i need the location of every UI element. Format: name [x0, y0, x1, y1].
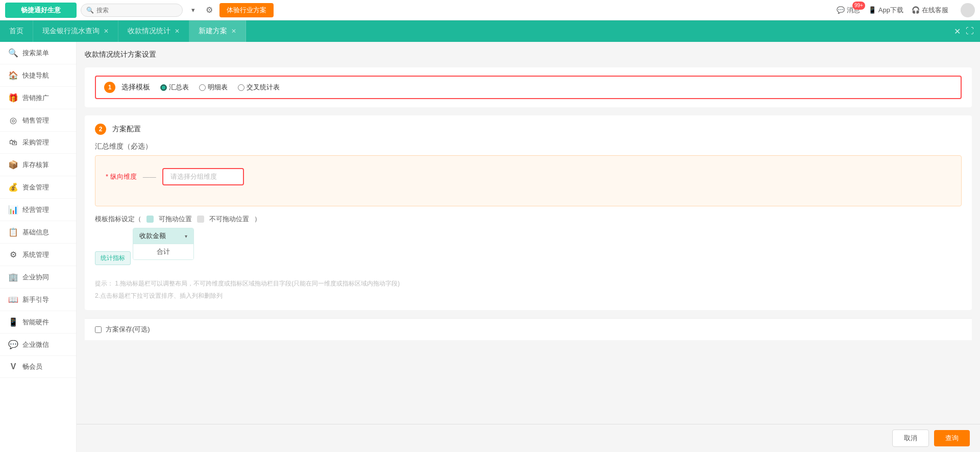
- col-dropdown-icon[interactable]: ▾: [185, 233, 187, 239]
- sidebar-item-finance[interactable]: 💰 资金管理: [0, 176, 76, 199]
- radio-summary-label: 汇总表: [169, 83, 189, 92]
- step2-header: 2 方案配置: [95, 124, 962, 135]
- close-paren: ）: [254, 215, 261, 224]
- wechat-icon: 💬: [8, 340, 18, 349]
- member-icon: V: [8, 362, 18, 371]
- online-service-button[interactable]: 🎧 在线客服: [912, 6, 948, 15]
- draggable-label: 可拖动位置: [159, 215, 192, 224]
- trial-button[interactable]: 体验行业方案: [219, 3, 274, 17]
- save-section: 方案保存(可选): [85, 318, 972, 340]
- tips-line1: 提示： 1.拖动标题栏可以调整布局，不可跨维度或指标区域拖动栏目字段(只能在同一…: [95, 277, 962, 290]
- radio-detail[interactable]: 明细表: [199, 83, 228, 92]
- metrics-section: 模板指标设定（ 可拖动位置 不可拖动位置 ） 统计指标 收款金额 ▾: [95, 215, 962, 267]
- tab-bank-flow-close[interactable]: ✕: [104, 28, 109, 35]
- sidebar-item-sales[interactable]: ◎ 销售管理: [0, 109, 76, 132]
- page-content: 收款情况统计方案设置 1 选择模板 汇总表 明细表: [77, 42, 980, 424]
- search-icon: 🔍: [86, 7, 94, 14]
- message-button[interactable]: 💬 消息 99+: [837, 6, 860, 15]
- sidebar-item-label: 企业协同: [22, 273, 49, 282]
- sidebar-item-quick-nav[interactable]: 🏠 快捷导航: [0, 64, 76, 87]
- sidebar-item-smart-hw[interactable]: 📱 智能硬件: [0, 311, 76, 334]
- system-icon: ⚙: [8, 250, 18, 259]
- top-bar-right: 💬 消息 99+ 📱 App下载 🎧 在线客服: [837, 3, 975, 17]
- search-bar[interactable]: 🔍: [81, 4, 183, 17]
- sidebar-item-label: 快捷导航: [22, 71, 49, 80]
- step2-section: 2 方案配置 汇总维度（必选） * 纵向维度 —— 请选择分组维度 模板指标设定…: [85, 115, 972, 310]
- nav-tab-actions: ✕ ⛶: [954, 27, 980, 36]
- window-maximize-icon[interactable]: ⛶: [966, 27, 974, 36]
- tab-bank-flow-label: 现金银行流水查询: [42, 27, 100, 36]
- tab-collection-stat-label: 收款情况统计: [128, 27, 170, 36]
- app-download-button[interactable]: 📱 App下载: [868, 6, 903, 15]
- sidebar-item-wechat[interactable]: 💬 企业微信: [0, 334, 76, 356]
- tips-line2: 2.点击标题栏下拉可设置排序、插入列和删除列: [95, 290, 962, 302]
- tab-home-label: 首页: [9, 27, 23, 36]
- search-icon: 🔍: [8, 48, 18, 58]
- metrics-table-header[interactable]: 收款金额 ▾: [133, 228, 193, 244]
- sidebar-item-label: 采购管理: [22, 138, 49, 147]
- nav-tabs: 首页 现金银行流水查询 ✕ 收款情况统计 ✕ 新建方案 ✕ ✕ ⛶: [0, 20, 980, 42]
- enterprise-icon: 🏢: [8, 272, 18, 282]
- sidebar-item-label: 经营管理: [22, 205, 49, 215]
- non-draggable-indicator: [197, 216, 204, 223]
- step1-label: 选择模板: [121, 83, 150, 92]
- tab-new-plan-close[interactable]: ✕: [231, 28, 236, 35]
- top-bar: 畅捷通好生意 🔍 ▾ ⚙ 体验行业方案 💬 消息 99+ 📱 App下载 🎧 在…: [0, 0, 980, 20]
- step2-label: 方案配置: [112, 125, 141, 134]
- sidebar-item-marketing[interactable]: 🎁 营销推广: [0, 87, 76, 109]
- metrics-section-label: 统计指标: [95, 251, 131, 265]
- sidebar-item-business[interactable]: 📊 经营管理: [0, 199, 76, 221]
- tab-collection-stat-close[interactable]: ✕: [175, 28, 180, 35]
- sidebar-item-label: 基础信息: [22, 228, 49, 237]
- metrics-table-area: 统计指标 收款金额 ▾ 合计: [95, 228, 962, 267]
- dimension-row-label: * 纵向维度: [106, 172, 137, 181]
- step1-section: 1 选择模板 汇总表 明细表 交叉统计表: [85, 67, 972, 107]
- dimension-title: 汇总维度（必选）: [95, 142, 962, 151]
- sidebar: 🔍 搜索菜单 🏠 快捷导航 🎁 营销推广 ◎ 销售管理 🛍 采购管理 📦 库存核…: [0, 42, 77, 452]
- save-checkbox[interactable]: [95, 326, 102, 333]
- home-icon: 🏠: [8, 70, 18, 80]
- sidebar-item-enterprise[interactable]: 🏢 企业协同: [0, 266, 76, 289]
- sidebar-item-label: 资金管理: [22, 183, 49, 192]
- radio-cross-input[interactable]: [238, 84, 244, 91]
- save-label: 方案保存(可选): [106, 325, 150, 334]
- sidebar-item-label: 智能硬件: [22, 318, 49, 327]
- sidebar-item-label: 企业微信: [22, 340, 49, 349]
- sidebar-item-member[interactable]: V 畅会员: [0, 356, 76, 378]
- search-dropdown-button[interactable]: ▾: [187, 4, 199, 16]
- tab-collection-stat[interactable]: 收款情况统计 ✕: [118, 20, 189, 42]
- tab-home[interactable]: 首页: [0, 20, 33, 42]
- sidebar-item-inventory[interactable]: 📦 库存核算: [0, 154, 76, 176]
- content-area: 收款情况统计方案设置 1 选择模板 汇总表 明细表: [77, 42, 980, 452]
- sidebar-item-search-menu[interactable]: 🔍 搜索菜单: [0, 42, 76, 64]
- settings-button[interactable]: ⚙: [203, 4, 215, 16]
- dimension-select[interactable]: 请选择分组维度: [162, 168, 244, 185]
- sidebar-item-guide[interactable]: 📖 新手引导: [0, 289, 76, 311]
- logo: 畅捷通好生意: [5, 3, 77, 18]
- sidebar-item-label: 销售管理: [22, 116, 49, 125]
- query-button[interactable]: 查询: [934, 430, 970, 446]
- radio-summary[interactable]: 汇总表: [160, 83, 189, 92]
- window-close-icon[interactable]: ✕: [954, 27, 961, 36]
- radio-cross[interactable]: 交叉统计表: [238, 83, 280, 92]
- avatar[interactable]: [961, 3, 975, 17]
- service-label: 在线客服: [922, 6, 948, 15]
- radio-detail-label: 明细表: [208, 83, 228, 92]
- sidebar-item-basic-info[interactable]: 📋 基础信息: [0, 221, 76, 244]
- dimension-row: * 纵向维度 —— 请选择分组维度: [106, 168, 951, 185]
- search-input[interactable]: [96, 7, 177, 14]
- gift-icon: 🎁: [8, 93, 18, 103]
- logo-text: 畅捷通好生意: [21, 6, 61, 15]
- tab-bank-flow[interactable]: 现金银行流水查询 ✕: [33, 20, 118, 42]
- sidebar-item-system[interactable]: ⚙ 系统管理: [0, 244, 76, 266]
- radio-summary-input[interactable]: [160, 84, 167, 91]
- tab-new-plan[interactable]: 新建方案 ✕: [189, 20, 246, 42]
- breadcrumb: 收款情况统计方案设置: [85, 50, 972, 59]
- clipboard-icon: 📋: [8, 227, 18, 237]
- sidebar-item-purchase[interactable]: 🛍 采购管理: [0, 132, 76, 154]
- radio-detail-input[interactable]: [199, 84, 206, 91]
- draggable-indicator: [146, 216, 154, 223]
- purchase-icon: 🛍: [8, 138, 18, 147]
- sidebar-item-label: 畅会员: [22, 362, 42, 371]
- cancel-button[interactable]: 取消: [892, 430, 929, 447]
